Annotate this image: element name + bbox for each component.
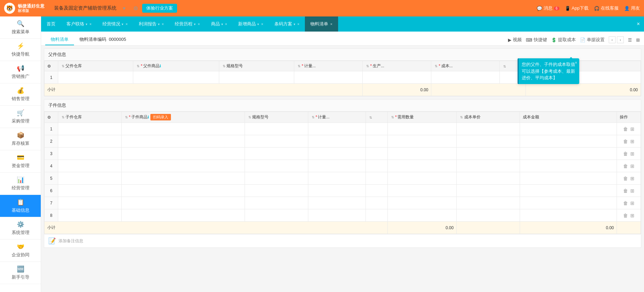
th-settings[interactable]: ⚙	[45, 61, 58, 71]
online-service-btn[interactable]: 🎧 在线客服	[594, 5, 619, 11]
copy-icon[interactable]: ⊞	[630, 200, 634, 206]
delete-icon[interactable]: 🗑	[623, 176, 628, 181]
sidebar-item-marketing[interactable]: 📢 营销推广	[0, 61, 41, 83]
tooltip-close-btn[interactable]: ×	[575, 60, 577, 66]
child-unit[interactable]	[308, 135, 366, 148]
tab-customer[interactable]: 客户联络 ▾ ×	[61, 16, 97, 32]
get-cost-action[interactable]: 💲 提取成本	[551, 37, 576, 43]
child-qty[interactable]	[387, 123, 456, 135]
tab-close-icon[interactable]: ×	[89, 22, 91, 26]
parent-cost-cell[interactable]	[431, 71, 500, 84]
delete-icon[interactable]: 🗑	[623, 213, 628, 218]
child-qty[interactable]	[387, 135, 456, 148]
child-extra[interactable]	[366, 123, 388, 135]
delete-icon[interactable]: 🗑	[623, 163, 628, 169]
child-unit-cost[interactable]	[457, 135, 520, 148]
sidebar-item-ops[interactable]: 📊 经营管理	[0, 173, 41, 195]
child-warehouse[interactable]	[58, 135, 122, 148]
child-amount	[520, 123, 617, 135]
sidebar-item-guide[interactable]: 🆕 新手引导	[0, 262, 41, 284]
messages-btn[interactable]: 💬 消息 6	[537, 5, 559, 11]
tab-close-icon[interactable]: ×	[198, 22, 200, 26]
trial-button[interactable]: 体验行业方案	[142, 4, 177, 13]
sub-tab-bom-list[interactable]: 物料清单	[45, 34, 74, 45]
tab-operations[interactable]: 经营情况 ▾ ×	[97, 16, 133, 32]
child-row: 1 🗑 ⊞	[45, 123, 641, 135]
child-unit-cost[interactable]	[457, 123, 520, 135]
sidebar-item-quick-nav[interactable]: ⚡ 快捷导航	[0, 39, 41, 61]
sidebar-item-inventory[interactable]: 📦 库存核算	[0, 128, 41, 150]
quick-nav-icon: ⚡	[17, 42, 24, 50]
copy-icon[interactable]: ⊞	[630, 163, 634, 169]
tab-history[interactable]: 经营历程 ▾ ×	[169, 16, 205, 32]
tab-close-icon[interactable]: ×	[261, 22, 263, 26]
copy-icon[interactable]: ⊞	[630, 139, 634, 144]
tab-home[interactable]: 首页	[41, 16, 61, 32]
bottom-add-text[interactable]: 添加备注信息	[59, 238, 83, 244]
delete-icon[interactable]: 🗑	[623, 200, 628, 206]
shortcut-action[interactable]: ⌨ 快捷键	[526, 37, 547, 43]
child-row: 4 🗑 ⊞	[45, 160, 641, 172]
sidebar-item-enterprise[interactable]: 🤝 企业协同	[0, 240, 41, 262]
tab-barcode[interactable]: 条码方案 ▾ ×	[269, 16, 305, 32]
tab-goods[interactable]: 商品 ▾ ×	[206, 16, 233, 32]
delete-icon[interactable]: 🗑	[623, 151, 628, 156]
child-warehouse[interactable]	[58, 123, 122, 135]
tab-close-icon[interactable]: ×	[225, 22, 227, 26]
tab-new-goods[interactable]: 新增商品 ▾ ×	[233, 16, 269, 32]
child-goods[interactable]	[121, 135, 245, 148]
page-actions: ▶ 视频 ⌨ 快捷键 💲 提取成本 📄 单据设置	[508, 36, 640, 43]
tab-close-icon[interactable]: ×	[330, 22, 332, 26]
tab-profit[interactable]: 利润报告 ▾ ×	[133, 16, 169, 32]
copy-icon[interactable]: ⊞	[630, 176, 634, 181]
child-goods[interactable]	[121, 123, 245, 135]
next-btn[interactable]: ›	[617, 36, 624, 43]
sub-tabs: 物料清单 物料清单编码 0000005 ▶ 视频 ⌨ 快捷键 💲	[41, 32, 644, 46]
delete-icon[interactable]: 🗑	[623, 188, 628, 194]
copy-icon[interactable]: ⊞	[630, 151, 634, 156]
single-settings-action[interactable]: 📄 单据设置	[580, 37, 605, 43]
parent-goods-cell[interactable]	[133, 71, 219, 84]
dropdown-icon[interactable]: ▼	[122, 6, 126, 11]
sidebar-item-system[interactable]: ⚙️ 系统管理	[0, 217, 41, 240]
tab-close-icon[interactable]: ×	[162, 22, 164, 26]
tab-close-icon[interactable]: ×	[125, 22, 127, 26]
child-spec[interactable]	[245, 123, 308, 135]
sidebar-item-purchase[interactable]: 🛒 采购管理	[0, 106, 41, 128]
child-th-goods: ⇅ *子件商品ℹ 扫码录入	[121, 112, 245, 123]
logo-area: 🐯 畅捷通好生意 标准版	[4, 3, 45, 14]
prev-btn[interactable]: ‹	[609, 36, 616, 43]
copy-icon[interactable]: ⊞	[630, 213, 634, 218]
tab-close-icon[interactable]: ×	[297, 22, 299, 26]
child-spec[interactable]	[245, 135, 308, 148]
settings-icon[interactable]: ⚙	[133, 5, 138, 12]
sidebar-item-search[interactable]: 🔍 搜索菜单	[0, 16, 41, 39]
child-th-qty: ⇅ *需用数量	[387, 112, 456, 123]
parent-warehouse-cell[interactable]	[58, 71, 133, 84]
parent-production-cell[interactable]	[363, 71, 431, 84]
row-num: 5	[45, 172, 58, 185]
tab-arrow-icon: ▾	[122, 22, 123, 26]
scan-btn[interactable]: 扫码录入	[150, 114, 171, 120]
menu-view-action[interactable]: ☰	[628, 37, 632, 43]
parent-unit-cell[interactable]	[294, 71, 363, 84]
copy-icon[interactable]: ⊞	[630, 126, 634, 132]
sidebar-item-sales[interactable]: 💰 销售管理	[0, 83, 41, 106]
delete-icon[interactable]: 🗑	[623, 126, 628, 132]
child-extra[interactable]	[366, 135, 388, 148]
sidebar-item-finance[interactable]: 💳 资金管理	[0, 150, 41, 173]
video-action[interactable]: ▶ 视频	[508, 37, 522, 43]
copy-icon[interactable]: ⊞	[630, 188, 634, 194]
user-menu[interactable]: 👤 用友	[624, 5, 640, 11]
row-num: 1	[45, 123, 58, 135]
app-download-btn[interactable]: 📱 App下载	[565, 5, 589, 11]
child-th-settings[interactable]: ⚙	[45, 112, 58, 123]
sidebar-item-basic[interactable]: 📋 基础信息	[0, 195, 41, 217]
parent-spec-cell[interactable]	[219, 71, 294, 84]
child-th-amount: 成本金额	[520, 112, 617, 123]
child-unit[interactable]	[308, 123, 366, 135]
tab-bom[interactable]: 物料清单 ×	[305, 16, 338, 32]
window-close-btn[interactable]: ×	[633, 21, 644, 27]
grid-view-action[interactable]: ⊞	[636, 37, 640, 43]
delete-icon[interactable]: 🗑	[623, 139, 628, 144]
